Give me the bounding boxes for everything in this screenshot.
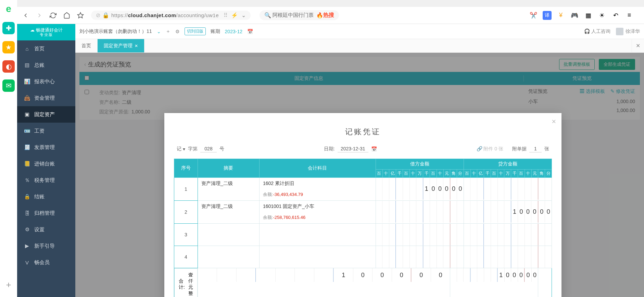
sidebar-item-archive[interactable]: 🗄归档管理: [17, 205, 75, 221]
invoice-icon: 🧾: [24, 144, 30, 150]
svg-marker-0: [78, 12, 84, 18]
apps-icon[interactable]: ▦: [584, 11, 593, 20]
period-label: 账期: [211, 28, 220, 35]
scissors-icon[interactable]: ✂️: [529, 11, 538, 20]
sidebar-item-invoice[interactable]: 🧾发票管理: [17, 139, 75, 156]
search-box[interactable]: 🔍 阿根廷中国行门票 🔥热搜: [260, 10, 339, 20]
dock-star-icon[interactable]: ★: [2, 41, 15, 53]
os-dock: e ✚ ★ ◐ ✉ +: [0, 0, 17, 297]
home-button[interactable]: [62, 10, 72, 21]
th-debit: 借方金额: [376, 159, 464, 170]
chart-icon: 📊: [24, 78, 30, 85]
voucher-date-input[interactable]: [338, 145, 368, 152]
bag-icon: 👜: [24, 95, 30, 101]
translate-icon[interactable]: 译: [543, 11, 552, 20]
sidebar-item-guide[interactable]: ▶新手引导: [17, 238, 75, 254]
sidebar-item-reports[interactable]: 📊报表中心: [17, 73, 75, 90]
sidebar-item-settings[interactable]: ⚙设置: [17, 221, 75, 238]
user-menu[interactable]: 徐泽华: [616, 28, 640, 35]
dock-mail-icon[interactable]: ✉: [2, 79, 15, 92]
url-text: https://cloud.chanjet.com/accounting/uw1…: [111, 12, 219, 18]
dock-app-icon[interactable]: ✚: [2, 22, 15, 34]
cloud-icon: ☁: [30, 28, 35, 33]
dock-add-icon[interactable]: +: [6, 280, 11, 290]
game-icon[interactable]: 🎮: [570, 11, 579, 20]
vip-icon: V: [24, 260, 30, 265]
attach-link[interactable]: 🔗 附件 0 张: [477, 146, 503, 152]
tab-fixed-assets[interactable]: 固定资产管理✕: [98, 39, 144, 52]
sidebar-item-salary[interactable]: 🪪工资: [17, 123, 75, 139]
add-icon[interactable]: ＋: [166, 28, 171, 35]
guide-icon: ▶: [24, 243, 30, 249]
sidebar-item-vip[interactable]: V畅会员: [17, 254, 75, 271]
close-icon[interactable]: ✕: [135, 44, 138, 48]
browser-toolbar: ⊘ 🔒 https://cloud.chanjet.com/accounting…: [17, 7, 644, 24]
chevron-down-icon[interactable]: ⌄: [241, 12, 246, 18]
calendar-icon[interactable]: 📅: [247, 29, 253, 34]
voucher-table: 序号 摘要 会计科目 借方金额 贷方金额 百十亿千百十万千百十元角分百十亿千百十…: [174, 159, 552, 297]
menu-icon[interactable]: ≡: [625, 11, 634, 20]
headset-icon[interactable]: 🎧 人工咨询: [584, 28, 610, 35]
tab-home[interactable]: 首页: [75, 39, 98, 52]
switch-old-button[interactable]: 切到旧版: [185, 27, 206, 35]
ledger-icon: ▤: [24, 62, 30, 68]
favorite-button[interactable]: [75, 10, 86, 21]
modal-title: 记账凭证: [164, 113, 561, 145]
brightness-icon[interactable]: ☀: [597, 11, 606, 20]
asset-icon: ▣: [24, 111, 30, 117]
th-index: 序号: [174, 159, 198, 178]
topline: 刘小艳演示账套（勿删勿动！）11 ⌄ ＋ ⚙ 切到旧版 账期 2023-12 📅…: [75, 24, 644, 39]
gear-icon[interactable]: ⚙: [175, 29, 180, 34]
period-value[interactable]: 2023-12: [225, 29, 242, 34]
voucher-meta: 记 ▾ 字第 号 日期: 📅 🔗 附件 0 张 附单据 张: [164, 145, 561, 159]
th-subject: 会计科目: [259, 159, 376, 178]
archive-icon: 🗄: [24, 210, 30, 216]
sidebar-item-jinxiao[interactable]: 📒进销台账: [17, 156, 75, 172]
sidebar-item-ledger[interactable]: ▤总账: [17, 57, 75, 73]
flash-icon[interactable]: ⚡: [231, 12, 238, 18]
sidebar-item-fixed-assets[interactable]: ▣固定资产: [17, 106, 75, 123]
voucher-number-input[interactable]: [200, 145, 217, 152]
lock-icon: 🔒: [24, 194, 30, 200]
wallet-icon[interactable]: ¥: [556, 11, 565, 20]
gear-icon: ⚙: [24, 226, 30, 233]
shield-icon: ⊘: [96, 12, 100, 18]
sidebar-item-funds[interactable]: 👜资金管理: [17, 90, 75, 106]
voucher-type-select[interactable]: 记 ▾: [177, 146, 185, 152]
search-query: 阿根廷中国行门票: [273, 12, 314, 18]
book-icon: 📒: [24, 161, 30, 167]
voucher-modal: × 记账凭证 记 ▾ 字第 号 日期: 📅 🔗 附件 0 张 附单据 张 序号 …: [164, 113, 561, 297]
lock-icon: 🔒: [102, 12, 109, 18]
chevron-down-icon[interactable]: ⌄: [157, 29, 161, 34]
salary-icon: 🪪: [24, 128, 30, 134]
th-credit: 贷方金额: [464, 159, 552, 170]
reload-button[interactable]: [48, 10, 58, 21]
sidebar-item-close[interactable]: 🔒结账: [17, 188, 75, 205]
th-summary: 摘要: [198, 159, 259, 178]
brand: ☁畅捷通好会计 专业版: [17, 24, 75, 40]
tax-icon: ％: [24, 177, 30, 184]
close-all-tabs[interactable]: ✕: [632, 39, 644, 52]
sidebar: ☁畅捷通好会计 专业版 ⌂首页 ▤总账 📊报表中心 👜资金管理 ▣固定资产 🪪工…: [17, 24, 75, 297]
close-icon[interactable]: ×: [552, 117, 556, 126]
avatar: [616, 28, 623, 35]
calendar-icon[interactable]: 📅: [371, 146, 377, 152]
undo-icon[interactable]: ↶: [611, 11, 620, 20]
dock-weibo-icon[interactable]: ◐: [2, 60, 15, 73]
caret-down-icon: ▾: [183, 146, 185, 152]
sidebar-item-tax[interactable]: ％税务管理: [17, 172, 75, 188]
forward-button[interactable]: [34, 10, 45, 21]
browser-logo-icon: e: [2, 3, 15, 15]
extension-tray: ✂️ 译 ¥ 🎮 ▦ ☀ ↶ ≡: [529, 11, 641, 20]
account-name[interactable]: 刘小艳演示账套（勿删勿动！）11: [79, 28, 152, 35]
docs-count-input[interactable]: [529, 145, 542, 152]
hot-badge: 🔥热搜: [316, 12, 334, 19]
back-button[interactable]: [21, 10, 31, 21]
tabs: 首页 固定资产管理✕ ✕: [75, 39, 644, 53]
qr-icon[interactable]: ⠿: [224, 12, 228, 18]
sidebar-item-home[interactable]: ⌂首页: [17, 40, 75, 57]
search-icon: 🔍: [264, 12, 271, 18]
home-icon: ⌂: [24, 46, 30, 52]
address-bar[interactable]: ⊘ 🔒 https://cloud.chanjet.com/accounting…: [91, 11, 251, 20]
